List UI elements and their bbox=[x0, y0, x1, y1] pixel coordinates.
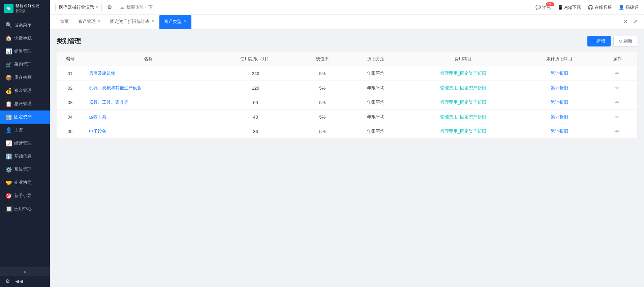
sidebar-item-fixed-assets[interactable]: 🏢 固定资产 bbox=[0, 110, 50, 124]
app-download-btn[interactable]: 📱 App下载 bbox=[558, 4, 581, 10]
gear-icon[interactable]: ⚙ bbox=[106, 3, 113, 12]
cell-action-3[interactable]: ✏ bbox=[597, 110, 637, 124]
sidebar-item-inventory[interactable]: 📦 库存核算 bbox=[0, 71, 50, 84]
cell-expense-3: 管理费用_固定资产折旧 bbox=[405, 110, 521, 124]
sales-label: 销售管理 bbox=[14, 48, 32, 54]
cell-name-2[interactable]: 器具、工具、家具等 bbox=[84, 95, 213, 110]
header-actions: + 新增 ↻ 刷新 bbox=[587, 36, 637, 46]
new-button[interactable]: + 新增 bbox=[587, 36, 611, 46]
expand-icon[interactable]: ⤢ bbox=[632, 17, 639, 26]
settings-icon[interactable]: ⚙ bbox=[5, 278, 10, 284]
collapse-icon[interactable]: ◀◀ bbox=[15, 278, 23, 284]
col-residual: 残值率 bbox=[298, 52, 347, 66]
categories-table: 编号 名称 使用期限（月） 残值率 折旧方法 费用科目 累计折旧科目 操作 01… bbox=[57, 52, 637, 139]
purchase-label: 采购管理 bbox=[14, 61, 32, 67]
col-accumulated: 累计折旧科目 bbox=[521, 52, 597, 66]
cell-expense-2: 管理费用_固定资产折旧 bbox=[405, 95, 521, 110]
cell-action-0[interactable]: ✏ bbox=[597, 66, 637, 81]
tab-depreciation-label: 固定资产折旧统计表 bbox=[110, 19, 150, 25]
cell-name-0[interactable]: 房屋及建筑物 bbox=[84, 66, 213, 81]
sidebar: 畅 畅捷通好业财 普及版 🔍 搜索菜单 🏠 快捷导航 📊 销售管理 🛒 采购管理… bbox=[0, 0, 50, 287]
tab-home[interactable]: 首页 bbox=[55, 15, 73, 29]
tab-asset-type-close[interactable]: ✕ bbox=[184, 19, 187, 24]
experience-text: 我要体验一下 bbox=[126, 4, 153, 10]
table-header-row: 编号 名称 使用期限（月） 残值率 折旧方法 费用科目 累计折旧科目 操作 bbox=[57, 52, 637, 66]
cell-expense-1: 管理费用_固定资产折旧 bbox=[405, 81, 521, 95]
edit-icon-3[interactable]: ✏ bbox=[615, 114, 619, 120]
logo-sub: 普及版 bbox=[16, 9, 40, 13]
payroll-icon: 👤 bbox=[5, 127, 11, 133]
table-container: 编号 名称 使用期限（月） 残值率 折旧方法 费用科目 累计折旧科目 操作 01… bbox=[57, 52, 637, 139]
sidebar-item-payroll[interactable]: 👤 工资 bbox=[0, 124, 50, 137]
tab-asset-mgmt-close[interactable]: ✕ bbox=[98, 19, 101, 24]
sidebar-item-ledger[interactable]: 📋 总账管理 bbox=[0, 97, 50, 110]
tab-depreciation-table[interactable]: 固定资产折旧统计表 ✕ bbox=[105, 15, 159, 29]
edit-icon-2[interactable]: ✏ bbox=[615, 100, 619, 105]
sidebar-item-app-center[interactable]: 🔲 应用中心 bbox=[0, 202, 50, 216]
chevron-down-icon: ▾ bbox=[96, 5, 98, 9]
cloud-icon: ☁ bbox=[120, 5, 124, 10]
sales-icon: 📊 bbox=[5, 48, 11, 55]
sidebar-nav: 🔍 搜索菜单 🏠 快捷导航 📊 销售管理 🛒 采购管理 📦 库存核算 💰 资金管… bbox=[0, 17, 50, 267]
cell-expense-0: 管理费用_固定资产折旧 bbox=[405, 66, 521, 81]
cell-period-2: 60 bbox=[213, 95, 298, 110]
cell-name-1[interactable]: 机器、机械和其他生产设备 bbox=[84, 81, 213, 95]
cell-method-1: 年限平均 bbox=[347, 81, 405, 95]
sidebar-item-purchase[interactable]: 🛒 采购管理 bbox=[0, 58, 50, 71]
sidebar-item-finance[interactable]: 💰 资金管理 bbox=[0, 84, 50, 97]
logo-text: 畅捷通好业财 bbox=[16, 3, 40, 9]
quick-nav-icon: 🏠 bbox=[5, 35, 11, 41]
tab-depreciation-close[interactable]: ✕ bbox=[152, 19, 155, 24]
cell-residual-0: 5% bbox=[298, 66, 347, 81]
online-service-label: 在线客服 bbox=[594, 4, 612, 10]
cell-method-4: 年限平均 bbox=[347, 124, 405, 139]
system-icon: ⚙️ bbox=[5, 166, 11, 173]
user-label: 畅捷通 bbox=[625, 4, 639, 10]
refresh-button[interactable]: ↻ 刷新 bbox=[613, 36, 637, 46]
table-header: 编号 名称 使用期限（月） 残值率 折旧方法 费用科目 累计折旧科目 操作 bbox=[57, 52, 637, 66]
cell-action-4[interactable]: ✏ bbox=[597, 124, 637, 139]
sidebar-item-business[interactable]: 📈 经营管理 bbox=[0, 137, 50, 150]
tab-asset-type-label: 资产类型 bbox=[164, 19, 182, 25]
edit-icon-0[interactable]: ✏ bbox=[615, 71, 619, 76]
messages-btn[interactable]: 💬 消息 99+ bbox=[535, 4, 551, 10]
table-row: 04 运输工具 48 5% 年限平均 管理费用_固定资产折旧 累计折旧 ✏ bbox=[57, 110, 637, 124]
col-action: 操作 bbox=[597, 52, 637, 66]
sidebar-item-search[interactable]: 🔍 搜索菜单 bbox=[0, 19, 50, 32]
guide-icon: 🎯 bbox=[5, 193, 11, 199]
fixed-assets-icon: 🏢 bbox=[5, 114, 11, 120]
topbar-right: 💬 消息 99+ 📱 App下载 🎧 在线客服 👤 畅捷通 bbox=[535, 4, 639, 10]
ledger-label: 总账管理 bbox=[14, 101, 32, 107]
app-center-icon: 🔲 bbox=[5, 206, 11, 212]
user-btn[interactable]: 👤 畅捷通 bbox=[619, 4, 639, 10]
sidebar-item-basic-info[interactable]: ℹ️ 基础信息 bbox=[0, 150, 50, 163]
cell-action-1[interactable]: ✏ bbox=[597, 81, 637, 95]
edit-icon-1[interactable]: ✏ bbox=[615, 85, 619, 91]
purchase-icon: 🛒 bbox=[5, 61, 11, 68]
company-selector[interactable]: 医疗器械行业演示 ▾ bbox=[55, 3, 102, 12]
sidebar-item-quick-nav[interactable]: 🏠 快捷导航 bbox=[0, 32, 50, 45]
cell-name-4[interactable]: 电子设备 bbox=[84, 124, 213, 139]
close-tab-icon[interactable]: ✕ bbox=[622, 17, 629, 26]
tab-asset-type[interactable]: 资产类型 ✕ bbox=[159, 15, 191, 29]
sidebar-item-corp-collab[interactable]: 🤝 企业协同 bbox=[0, 176, 50, 189]
edit-icon-4[interactable]: ✏ bbox=[615, 129, 619, 134]
cell-method-2: 年限平均 bbox=[347, 95, 405, 110]
sidebar-item-guide[interactable]: 🎯 新手引导 bbox=[0, 189, 50, 202]
content-area: 类别管理 + 新增 ↻ 刷新 编号 名称 使用期限（月） 残值率 折旧方法 bbox=[50, 29, 644, 287]
sidebar-item-system[interactable]: ⚙️ 系统管理 bbox=[0, 163, 50, 176]
online-service-btn[interactable]: 🎧 在线客服 bbox=[588, 4, 612, 10]
cell-name-3[interactable]: 运输工具 bbox=[84, 110, 213, 124]
cell-expense-4: 管理费用_固定资产折旧 bbox=[405, 124, 521, 139]
tab-asset-mgmt[interactable]: 资产管理 ✕ bbox=[73, 15, 105, 29]
cell-residual-2: 5% bbox=[298, 95, 347, 110]
corp-collab-label: 企业协同 bbox=[14, 180, 32, 186]
table-row: 01 房屋及建筑物 240 5% 年限平均 管理费用_固定资产折旧 累计折旧 ✏ bbox=[57, 66, 637, 81]
experience-btn[interactable]: ☁ 我要体验一下 bbox=[120, 4, 153, 10]
cell-action-2[interactable]: ✏ bbox=[597, 95, 637, 110]
sidebar-scroll-up[interactable]: ▲ bbox=[0, 267, 50, 275]
business-label: 经营管理 bbox=[14, 140, 32, 146]
sidebar-item-sales[interactable]: 📊 销售管理 bbox=[0, 45, 50, 58]
page-title: 类别管理 bbox=[57, 37, 81, 45]
company-name: 医疗器械行业演示 bbox=[59, 4, 94, 10]
